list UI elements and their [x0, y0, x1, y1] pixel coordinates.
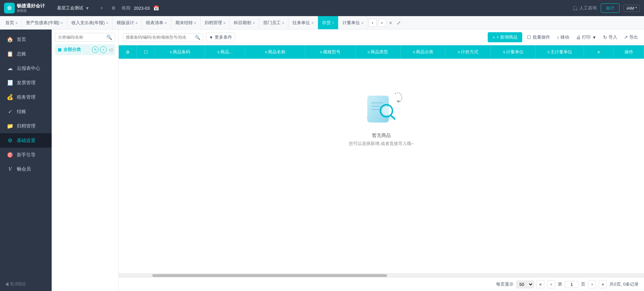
tab-close-all-button[interactable]: ×: [387, 19, 395, 27]
move-button[interactable]: ↕ 移动: [555, 33, 571, 42]
close-icon[interactable]: ×: [61, 21, 63, 25]
iam-badge: iAM *: [624, 5, 640, 12]
tab-expand-button[interactable]: ⤢: [395, 19, 403, 27]
settle-icon: ✓: [7, 108, 13, 115]
horizontal-scrollbar[interactable]: [119, 273, 644, 277]
tab-income[interactable]: 收入支出表(年报) ×: [67, 16, 113, 30]
col-main-unit-header[interactable]: ⇅主计量单位: [536, 45, 584, 59]
tab-assets[interactable]: 资产负债表(中期) ×: [22, 16, 67, 30]
sidebar-item-settings[interactable]: ⚙ 基础设置: [0, 133, 52, 148]
sidebar-item-guide[interactable]: 🎯 新手引导: [0, 148, 52, 162]
close-icon[interactable]: ×: [106, 21, 108, 25]
sidebar-item-reports[interactable]: ☁ 云报表中心: [0, 61, 52, 76]
close-icon[interactable]: ×: [165, 21, 167, 25]
close-icon[interactable]: ×: [194, 21, 196, 25]
col-type-header[interactable]: ⇅商品类型: [355, 45, 400, 59]
tax-icon: 💰: [7, 94, 13, 100]
tab-period-close[interactable]: 期末结转 ×: [171, 16, 201, 30]
category-search-box: 🔍: [55, 33, 115, 42]
print-button[interactable]: 🖨 打印 ▼: [574, 33, 598, 42]
tab-home[interactable]: 首页 ×: [1, 16, 22, 30]
svg-rect-3: [371, 102, 383, 103]
tab-subject[interactable]: 科目期初 ×: [230, 16, 259, 30]
sidebar-item-settle[interactable]: ✓ 结账: [0, 104, 52, 119]
batch-icon: ☐: [527, 35, 531, 40]
cloud-icon: ☁: [7, 65, 13, 71]
close-icon[interactable]: ×: [15, 21, 17, 25]
sidebar-item-member[interactable]: V 畅会员: [0, 162, 52, 176]
col-model-header[interactable]: ⇅规格型号: [305, 45, 355, 59]
per-page-select[interactable]: 50 100 200: [516, 281, 534, 288]
next-page-button[interactable]: ›: [588, 280, 596, 288]
page-number-input[interactable]: [565, 281, 578, 288]
first-page-button[interactable]: «: [536, 280, 544, 288]
tab-contacts[interactable]: 往来单位 ×: [288, 16, 318, 30]
tab-nav-prev-button[interactable]: ‹: [369, 19, 377, 27]
sidebar-item-archive[interactable]: 📁 归档管理: [0, 119, 52, 133]
tab-department[interactable]: 部门员工 ×: [259, 16, 288, 30]
tab-archive[interactable]: 归档管理 ×: [201, 16, 230, 30]
close-icon[interactable]: ×: [282, 21, 284, 25]
tab-unit[interactable]: 计量单位 ×: [338, 16, 368, 30]
sidebar-item-invoice[interactable]: 🧾 发票管理: [0, 76, 52, 90]
sidebar-item-ledger[interactable]: 📋 总账: [0, 47, 52, 61]
table-container: ⚙ ☐ ⇅商品条码 ⇅商品... ⇅商品名称: [119, 45, 644, 273]
more-conditions-button[interactable]: ▼ 更多条件: [206, 33, 235, 42]
scroll-thumb[interactable]: [152, 274, 387, 277]
import-button[interactable]: ↻ 导入: [601, 33, 619, 42]
col-name-header[interactable]: ⇅商品名称: [245, 45, 305, 59]
move-icon: ↕: [557, 35, 559, 40]
grid-icon: ▦: [58, 47, 61, 52]
collapse-panel-button[interactable]: ◁: [109, 47, 112, 52]
calendar-icon[interactable]: 📅: [153, 5, 159, 11]
empty-text-main: 暂无商品: [372, 133, 391, 139]
prev-page-button[interactable]: ‹: [547, 280, 555, 288]
col-price-method-header[interactable]: ⇅计价方式: [445, 45, 490, 59]
guide-icon: 🎯: [7, 152, 13, 158]
col-check[interactable]: ☐: [137, 45, 155, 59]
company-selector[interactable]: 基层工会测试 ▼: [54, 4, 92, 12]
col-unit-header[interactable]: ⇅计量单位: [490, 45, 535, 59]
tab-template[interactable]: 模版设计 ×: [113, 16, 142, 30]
sort-icon: ⇅: [547, 50, 550, 54]
sort-icon: ⇅: [367, 50, 370, 54]
settings-icon-button[interactable]: ⚙: [109, 3, 118, 13]
export-button[interactable]: ↗ 导出: [622, 33, 640, 42]
sort-icon: ⇅: [503, 50, 505, 54]
chevron-down-icon: ▼: [85, 6, 90, 11]
close-icon[interactable]: ×: [332, 21, 334, 25]
category-search-input[interactable]: [58, 35, 104, 40]
consult-button[interactable]: 🎧 人工咨询: [573, 5, 597, 11]
tab-inventory[interactable]: 存货 ×: [318, 16, 338, 30]
sidebar: 🏠 首页 📋 总账 ☁ 云报表中心 🧾 发票管理 💰 税务管理 ✓ 结账 📁 归…: [0, 30, 52, 291]
sidebar-item-home[interactable]: 🏠 首页: [0, 32, 52, 47]
col-extra-header[interactable]: ≡: [584, 45, 614, 59]
category-all-item[interactable]: ▦ 全部分类 ✎ + ◁: [55, 44, 115, 55]
sort-icon: ⇅: [320, 50, 322, 54]
last-page-button[interactable]: »: [599, 280, 607, 288]
edit-category-button[interactable]: ✎: [92, 46, 99, 53]
account-button[interactable]: 会计: [601, 3, 620, 13]
col-code-header[interactable]: ⇅商品...: [205, 45, 245, 59]
close-icon[interactable]: ×: [136, 21, 138, 25]
close-icon[interactable]: ×: [253, 21, 255, 25]
company-name: 基层工会测试: [57, 5, 83, 11]
col-category-header[interactable]: ⇅商品分类: [400, 45, 445, 59]
product-search-input[interactable]: [126, 35, 193, 40]
close-icon[interactable]: ×: [361, 21, 363, 25]
tab-tax[interactable]: 税表清单 ×: [142, 16, 171, 30]
close-icon[interactable]: ×: [311, 21, 313, 25]
plus-icon: +: [492, 35, 495, 40]
tab-nav-next-button[interactable]: ›: [378, 19, 386, 27]
col-barcode-header[interactable]: ⇅商品条码: [155, 45, 205, 59]
unpin-sidebar-button[interactable]: ◀ ◀ 取消固定: [0, 277, 52, 291]
add-product-button[interactable]: + + 新增商品: [488, 32, 522, 42]
add-category-button[interactable]: +: [100, 46, 107, 53]
category-actions: ✎ +: [92, 46, 107, 53]
close-icon[interactable]: ×: [223, 21, 225, 25]
empty-text-sub: 您可以选择新增,或者直接导入哦~: [349, 141, 414, 147]
col-settings[interactable]: ⚙: [119, 45, 137, 59]
add-tab-button[interactable]: ＋: [97, 3, 106, 13]
batch-action-button[interactable]: ☐ 批量操作: [525, 33, 552, 42]
sidebar-item-tax[interactable]: 💰 税务管理: [0, 90, 52, 104]
